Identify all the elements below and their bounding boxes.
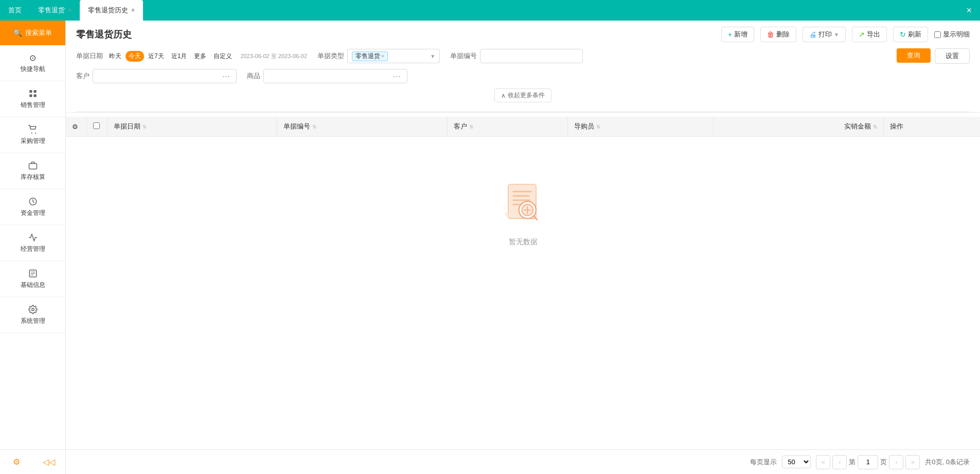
tab-retail-return-history[interactable]: 零售退货历史 × <box>80 0 143 21</box>
filter-docnumber-input[interactable] <box>480 49 583 63</box>
export-label: 导出 <box>867 30 880 39</box>
goods-ellipsis[interactable]: ··· <box>391 71 403 82</box>
date-more[interactable]: 更多 <box>191 51 209 62</box>
col-customer-sort-icon[interactable]: ⇅ <box>469 124 473 130</box>
col-amount-label: 实销金额 <box>844 122 871 131</box>
sidebar-item-basicinfo-label: 基础信息 <box>21 281 45 289</box>
date-today[interactable]: 今天 <box>126 51 144 62</box>
col-settings: ⚙ <box>66 117 86 137</box>
empty-state-icon <box>497 178 549 229</box>
prev-page-button[interactable]: ‹ <box>832 455 847 469</box>
inventory-icon <box>28 160 38 171</box>
print-button[interactable]: 🖨 打印 ▼ <box>803 27 846 42</box>
window-close-button[interactable]: × <box>966 5 972 16</box>
delete-label: 删除 <box>776 30 790 39</box>
filter-customer-input[interactable] <box>97 72 220 80</box>
col-date-sort-icon[interactable]: ⇅ <box>142 124 147 130</box>
select-all-checkbox[interactable] <box>93 122 100 129</box>
sidebar-item-sales[interactable]: 销售管理 <box>0 81 65 117</box>
settings-button[interactable]: 设置 <box>935 48 970 64</box>
col-settings-icon[interactable]: ⚙ <box>72 123 78 131</box>
operations-icon <box>28 232 38 243</box>
last-page-button[interactable]: » <box>905 455 920 469</box>
filter-date-field: 单据日期 昨天 今天 近7天 近1月 更多 自定义 2023-06-02 至 2… <box>76 51 307 62</box>
tab-home[interactable]: + 新增 首页 <box>0 0 30 21</box>
svg-rect-1 <box>33 90 36 93</box>
sidebar-item-quicknav-label: 快捷导航 <box>21 65 45 74</box>
top-bar: + 新增 首页 零售退货 × 零售退货历史 × × <box>0 0 980 21</box>
col-action: 操作 <box>883 117 980 137</box>
sidebar-search[interactable]: 🔍 搜索菜单 <box>0 21 65 45</box>
filter-doctype-select[interactable]: 零售退货 × ▼ <box>347 49 440 63</box>
doctype-dropdown-icon: ▼ <box>430 53 435 59</box>
settings-bottom-button[interactable]: ⚙ <box>0 450 33 474</box>
page-input[interactable] <box>858 455 878 469</box>
doctype-tag: 零售退货 × <box>352 51 388 61</box>
delete-button[interactable]: 🗑 删除 <box>760 27 796 42</box>
col-guide-sort-icon[interactable]: ⇅ <box>596 124 600 130</box>
tab-retail-return-history-close[interactable]: × <box>131 7 135 14</box>
page-header: 零售退货历史 + 新增 🗑 删除 🖨 打印 ▼ <box>66 21 980 113</box>
date-yesterday[interactable]: 昨天 <box>106 51 124 62</box>
svg-rect-15 <box>512 195 529 196</box>
filter-row-1: 单据日期 昨天 今天 近7天 近1月 更多 自定义 2023-06-02 至 2… <box>76 48 970 64</box>
filter-goods-field: 商品 ··· <box>247 69 407 83</box>
query-button[interactable]: 查询 <box>897 48 931 63</box>
date-7days[interactable]: 近7天 <box>145 51 167 62</box>
tab-retail-return-close[interactable]: × <box>68 7 72 14</box>
date-shortcuts: 昨天 今天 近7天 近1月 更多 自定义 <box>106 51 235 62</box>
sidebar-item-operations-label: 经营管理 <box>21 245 45 253</box>
customer-ellipsis[interactable]: ··· <box>220 71 232 82</box>
filter-customer-label: 客户 <box>76 71 90 81</box>
sound-bottom-button[interactable]: ◁◁ <box>33 450 66 474</box>
show-detail-toggle[interactable]: 显示明细 <box>934 30 970 39</box>
filter-goods-input[interactable] <box>268 72 391 80</box>
col-amount: 实销金额 ⇅ <box>713 117 883 137</box>
date-custom[interactable]: 自定义 <box>210 51 235 62</box>
svg-rect-6 <box>29 163 37 169</box>
tab-home-label: 首页 <box>8 6 22 15</box>
new-button[interactable]: + 新增 <box>721 27 754 42</box>
filter-docnumber-label: 单据编号 <box>450 51 477 61</box>
sidebar-item-quicknav[interactable]: ⊙ 快捷导航 <box>0 45 65 81</box>
sidebar-item-inventory[interactable]: 库存核算 <box>0 153 65 189</box>
new-label: 新增 <box>734 30 747 39</box>
tab-retail-return[interactable]: 零售退货 × <box>30 0 80 21</box>
col-number: 单据编号 ⇅ <box>277 117 448 137</box>
tab-retail-return-history-label: 零售退货历史 <box>88 6 128 15</box>
show-detail-checkbox[interactable] <box>934 31 941 38</box>
first-page-button[interactable]: « <box>816 455 830 469</box>
svg-point-12 <box>31 308 34 311</box>
collapse-up-icon: ∧ <box>501 92 506 99</box>
print-icon: 🖨 <box>809 30 816 39</box>
page-title: 零售退货历史 <box>76 28 132 41</box>
collapse-button[interactable]: ∧ 收起更多条件 <box>494 88 551 102</box>
sidebar-item-purchase[interactable]: 采购管理 <box>0 117 65 153</box>
export-icon: ↗ <box>859 30 865 39</box>
svg-rect-14 <box>512 191 531 192</box>
col-customer: 客户 ⇅ <box>448 117 568 137</box>
sidebar-item-sales-label: 销售管理 <box>21 101 45 110</box>
empty-state-cell: 暂无数据 <box>66 137 980 288</box>
purchase-icon <box>28 124 38 135</box>
pagination-bar: 每页显示 10 20 50 100 « ‹ 第 页 › » 共0页, 0条记录 <box>66 449 980 474</box>
per-page-label: 每页显示 <box>750 458 777 467</box>
next-page-button[interactable]: › <box>889 455 903 469</box>
doctype-tag-close[interactable]: × <box>381 53 384 59</box>
sidebar-item-finance-label: 资金管理 <box>21 209 45 217</box>
sidebar-item-basicinfo[interactable]: 基础信息 <box>0 261 65 297</box>
col-number-sort-icon[interactable]: ⇅ <box>312 124 316 130</box>
col-guide: 导购员 ⇅ <box>568 117 714 137</box>
sidebar-item-operations[interactable]: 经营管理 <box>0 225 65 261</box>
sidebar-item-finance[interactable]: 资金管理 <box>0 189 65 225</box>
export-button[interactable]: ↗ 导出 <box>852 27 887 42</box>
date-1month[interactable]: 近1月 <box>168 51 190 62</box>
empty-state-row: 暂无数据 <box>66 137 980 288</box>
page-label: 第 <box>849 458 856 467</box>
col-amount-sort-icon[interactable]: ⇅ <box>873 124 877 130</box>
col-guide-label: 导购员 <box>574 122 594 131</box>
page-suffix: 页 <box>880 458 887 467</box>
per-page-select[interactable]: 10 20 50 100 <box>782 455 811 468</box>
refresh-button[interactable]: ↻ 刷新 <box>893 27 928 42</box>
sidebar-item-system[interactable]: 系统管理 <box>0 297 65 333</box>
